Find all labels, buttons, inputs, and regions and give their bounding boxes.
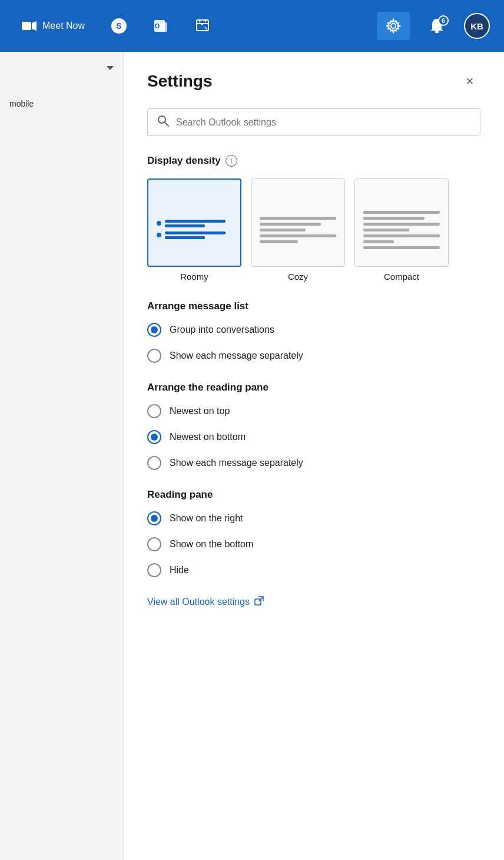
view-all-link[interactable]: View all Outlook settings: [147, 596, 480, 607]
gray-line: [260, 229, 306, 231]
display-density-header: Display density i: [147, 155, 480, 167]
calendar-edit-icon: [195, 18, 212, 34]
svg-text:S: S: [116, 21, 121, 31]
main-layout: mobile Settings × Display density i: [0, 52, 504, 860]
external-link-icon: [254, 596, 264, 607]
svg-rect-0: [22, 22, 31, 30]
skype-icon: S: [111, 18, 127, 34]
view-all-label: View all Outlook settings: [147, 597, 250, 607]
density-compact-label: Compact: [354, 272, 449, 282]
radio-newest-bottom[interactable]: Newest on bottom: [147, 430, 480, 444]
gray-line: [260, 217, 336, 220]
radio-newest-top-label: Newest on top: [170, 406, 230, 416]
radio-show-bottom-circle: [147, 537, 161, 551]
gray-line: [363, 246, 440, 249]
radio-show-each-reading[interactable]: Show each message separately: [147, 456, 480, 470]
gray-line: [363, 229, 409, 231]
notification-badge: 6: [438, 15, 449, 26]
radio-show-each-reading-label: Show each message separately: [170, 458, 303, 468]
density-dot: [157, 233, 161, 237]
chevron-down-icon: [107, 66, 114, 70]
svg-text:O: O: [155, 22, 160, 29]
arrange-message-label: Arrange message list: [147, 300, 480, 312]
density-roomy-label: Roomy: [147, 272, 241, 282]
avatar[interactable]: KB: [464, 13, 490, 39]
radio-show-right[interactable]: Show on the right: [147, 511, 480, 525]
density-cozy-label: Cozy: [251, 272, 345, 282]
meet-now-label: Meet Now: [42, 21, 85, 31]
bell-button[interactable]: 6: [422, 13, 452, 39]
outlook-icon: O: [153, 18, 170, 34]
svg-line-11: [205, 27, 207, 29]
radio-newest-bottom-label: Newest on bottom: [170, 432, 246, 442]
calendar-edit-button[interactable]: [188, 13, 219, 39]
sidebar-mobile-label: mobile: [9, 99, 34, 108]
radio-show-right-circle: [147, 511, 161, 525]
arrange-reading-label: Arrange the reading pane: [147, 382, 480, 393]
radio-show-each-separately-circle: [147, 349, 161, 363]
density-cards: Roomy: [147, 178, 480, 282]
radio-newest-top[interactable]: Newest on top: [147, 404, 480, 418]
topbar: Meet Now S O: [0, 0, 504, 52]
gray-line: [260, 223, 321, 226]
gray-line: [260, 234, 336, 237]
radio-show-each-separately[interactable]: Show each message separately: [147, 349, 480, 363]
density-dot: [157, 221, 161, 226]
gear-icon: [385, 18, 402, 34]
radio-hide[interactable]: Hide: [147, 563, 480, 577]
gray-line: [363, 240, 394, 243]
svg-point-13: [435, 31, 439, 34]
radio-hide-circle: [147, 563, 161, 577]
settings-title: Settings: [147, 72, 212, 91]
gray-line: [260, 240, 298, 243]
display-density-section: Display density i: [147, 155, 480, 282]
gear-button[interactable]: [377, 12, 410, 40]
radio-show-bottom[interactable]: Show on the bottom: [147, 537, 480, 551]
radio-show-each-reading-circle: [147, 456, 161, 470]
radio-newest-top-circle: [147, 404, 161, 418]
radio-inner: [151, 326, 158, 333]
radio-inner: [151, 515, 158, 522]
gray-line: [363, 211, 440, 214]
settings-header: Settings ×: [147, 71, 480, 92]
sidebar-dropdown[interactable]: [0, 61, 123, 75]
outlook-button[interactable]: O: [146, 13, 177, 39]
radio-group-conversations-label: Group into conversations: [170, 325, 274, 335]
skype-button[interactable]: S: [104, 13, 134, 39]
search-input[interactable]: [176, 117, 470, 128]
svg-line-15: [165, 123, 168, 126]
info-icon[interactable]: i: [226, 155, 237, 167]
radio-newest-bottom-circle: [147, 430, 161, 444]
meet-now-button[interactable]: Meet Now: [14, 13, 92, 39]
radio-show-each-separately-label: Show each message separately: [170, 350, 303, 361]
reading-pane-section: Reading pane Show on the right Show on t…: [147, 489, 480, 577]
svg-marker-1: [32, 21, 37, 31]
arrange-message-section: Arrange message list Group into conversa…: [147, 300, 480, 363]
search-icon: [157, 115, 169, 130]
density-cozy-card[interactable]: Cozy: [251, 178, 345, 282]
density-line: [165, 224, 205, 227]
close-button[interactable]: ×: [459, 71, 480, 92]
arrange-reading-section: Arrange the reading pane Newest on top N…: [147, 382, 480, 470]
display-density-label: Display density: [147, 155, 221, 167]
density-line: [165, 231, 226, 234]
sidebar-content: mobile: [0, 75, 123, 133]
radio-group-conversations-circle: [147, 323, 161, 337]
sidebar: mobile: [0, 52, 124, 860]
reading-pane-label: Reading pane: [147, 489, 480, 501]
gray-line: [363, 223, 440, 226]
gray-line: [363, 234, 440, 237]
density-roomy-card[interactable]: Roomy: [147, 178, 241, 282]
svg-point-14: [158, 116, 165, 123]
gray-line: [363, 217, 425, 220]
radio-show-bottom-label: Show on the bottom: [170, 539, 253, 550]
density-line: [165, 220, 226, 223]
video-icon: [21, 18, 38, 34]
radio-show-right-label: Show on the right: [170, 513, 243, 524]
radio-inner: [151, 434, 158, 441]
svg-point-12: [391, 24, 396, 28]
density-compact-card[interactable]: Compact: [354, 178, 449, 282]
search-box: [147, 108, 480, 136]
radio-group-conversations[interactable]: Group into conversations: [147, 323, 480, 337]
density-line: [165, 236, 205, 239]
